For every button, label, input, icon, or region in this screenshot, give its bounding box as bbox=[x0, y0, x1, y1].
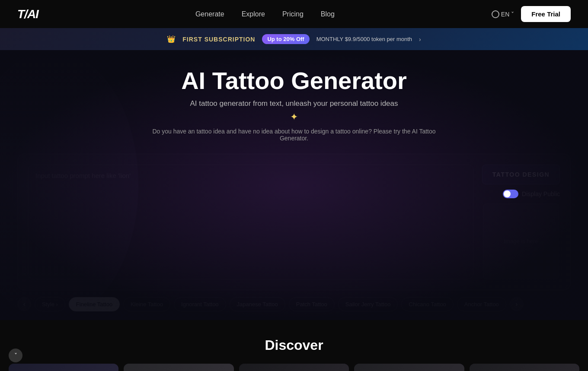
hero-description: Do you have an tattoo idea and have no i… bbox=[143, 128, 445, 142]
nav-links: Generate Explore Pricing Blog bbox=[195, 10, 335, 18]
promo-monthly-text: MONTHLY $9.9/5000 token per month bbox=[316, 36, 412, 42]
navbar: T/AI Generate Explore Pricing Blog EN ˅ … bbox=[0, 0, 588, 28]
nav-explore[interactable]: Explore bbox=[242, 10, 265, 18]
lang-selector[interactable]: EN ˅ bbox=[492, 10, 514, 18]
list-item[interactable] bbox=[239, 364, 349, 371]
discover-section: Discover bbox=[0, 320, 588, 371]
list-item[interactable] bbox=[124, 364, 233, 371]
nav-blog[interactable]: Blog bbox=[321, 10, 335, 18]
hero-title: AI Tattoo Generator bbox=[143, 67, 445, 94]
promo-discount-badge[interactable]: Up to 20% Off bbox=[262, 34, 309, 44]
collapse-button[interactable]: ˅ bbox=[9, 349, 22, 362]
nav-right: EN ˅ Free Trial bbox=[492, 6, 571, 22]
sparkle-icon: ✦ bbox=[143, 111, 445, 123]
public-toggle-switch[interactable] bbox=[503, 190, 518, 198]
logo[interactable]: T/AI bbox=[17, 7, 38, 21]
list-item[interactable] bbox=[470, 364, 579, 371]
globe-icon bbox=[492, 10, 499, 18]
chevron-down-icon: ˅ bbox=[511, 11, 514, 18]
lang-label: EN bbox=[501, 11, 509, 18]
crown-icon: 👑 bbox=[167, 35, 176, 43]
discover-title: Discover bbox=[9, 337, 579, 353]
hero-section: AI Tattoo Generator AI tattoo generator … bbox=[0, 50, 588, 320]
chevron-right-icon: › bbox=[419, 36, 421, 43]
promo-first-subscription: FIRST SUBSCRIPTION bbox=[182, 36, 255, 43]
collapse-icon: ˅ bbox=[14, 352, 17, 359]
nav-pricing[interactable]: Pricing bbox=[282, 10, 304, 18]
hero-content: AI Tattoo Generator AI tattoo generator … bbox=[143, 67, 445, 154]
list-item[interactable] bbox=[9, 364, 118, 371]
list-item[interactable] bbox=[354, 364, 464, 371]
hero-subtitle: AI tattoo generator from text, unleash y… bbox=[143, 99, 445, 108]
discover-grid bbox=[9, 364, 579, 371]
promo-banner: 👑 FIRST SUBSCRIPTION Up to 20% Off MONTH… bbox=[0, 28, 588, 50]
free-trial-button[interactable]: Free Trial bbox=[521, 6, 571, 22]
nav-generate[interactable]: Generate bbox=[195, 10, 224, 18]
